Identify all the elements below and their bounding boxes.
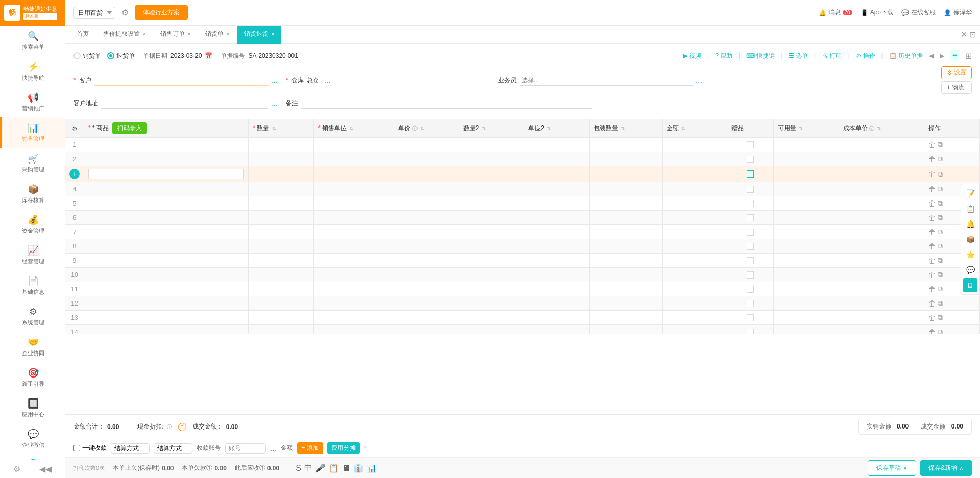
taskbar-icon-1[interactable]: S [296,464,301,473]
gift-checkbox[interactable] [747,300,754,307]
address-dots[interactable]: ... [271,99,278,108]
sidebar-item-wechat[interactable]: 💬 企业微信 [0,423,65,454]
copy-row-icon[interactable]: ⧉ [938,256,943,265]
sort-qty2-icon[interactable]: ⇅ [482,125,486,131]
row-available[interactable] [774,138,839,152]
copy-row-icon[interactable]: ⧉ [938,313,943,322]
account-dots[interactable]: ... [270,444,277,453]
copy-row-icon[interactable]: ⧉ [938,228,943,236]
select-item[interactable]: ☰ 选单 [789,52,808,60]
row-qty2[interactable] [459,152,524,166]
industry-select[interactable]: 日用百货 [74,7,115,19]
expense-help-icon[interactable]: ? [364,445,367,451]
delete-row-icon[interactable]: 🗑 [928,170,936,178]
help-item[interactable]: ? 帮助 [715,52,732,60]
shortcut-item[interactable]: ⌨ 快捷键 [746,52,775,60]
tab-sales-bill[interactable]: 销货单 × [198,26,237,44]
taskbar-icon-6[interactable]: 👔 [353,463,363,473]
sidebar-item-enterprise[interactable]: 🤝 企业协同 [0,332,65,362]
settings-bottom-icon[interactable]: ⚙ [13,464,20,474]
topbar-gear-icon[interactable]: ⚙ [121,8,129,17]
gift-checkbox[interactable] [747,141,754,148]
add-row-btn[interactable]: + [69,169,80,179]
row-pack-qty[interactable] [589,152,662,166]
tab-close-icon[interactable]: × [272,31,275,37]
copy-row-icon[interactable]: ⧉ [938,242,943,250]
save-draft-btn[interactable]: 保存草稿 ∧ [868,460,916,476]
copy-row-icon[interactable]: ⧉ [938,185,943,193]
row-unit2[interactable] [524,166,590,182]
delete-row-icon[interactable]: 🗑 [928,141,936,149]
taskbar-icon-4[interactable]: 📋 [329,463,339,473]
tab-close-icon[interactable]: × [227,31,230,37]
maximize-icon[interactable]: ⊡ [969,30,976,39]
customer-input[interactable] [94,75,268,86]
delete-row-icon[interactable]: 🗑 [928,257,936,265]
right-panel-chat-btn[interactable]: 💬 [963,263,977,277]
online-service-item[interactable]: 💬 在线客服 [901,8,936,17]
gift-checkbox[interactable] [747,271,754,279]
video-help-item[interactable]: ▶ 视频 [683,52,701,60]
sort-cost-icon[interactable]: ⇅ [877,125,881,131]
right-panel-notify-btn[interactable]: 🔔 [963,217,977,231]
row-product[interactable] [84,152,249,166]
sort-qty-icon[interactable]: ⇅ [272,125,276,131]
row-unit[interactable] [313,152,394,166]
calc-method-select[interactable]: 结算方式 [154,443,192,454]
print-item[interactable]: 🖨 打印 [822,52,842,60]
radio-return-bill[interactable]: 退货单 [107,52,135,60]
scan-btn[interactable]: 扫码录入 [112,122,147,134]
onetime-pay-checkbox[interactable]: 一键收款 [74,444,107,452]
calendar-icon[interactable]: 📅 [205,52,212,59]
sort-price-icon[interactable]: ⇅ [420,125,424,131]
grid-view-icon[interactable]: ⊞ [965,51,972,61]
delete-row-icon[interactable]: 🗑 [928,314,936,322]
sidebar-item-marketing[interactable]: 📢 营销推广 [0,87,65,117]
taskbar-icon-3[interactable]: 🎤 [315,463,326,473]
taskbar-icon-7[interactable]: 📊 [366,463,377,473]
gift-checkbox[interactable] [747,186,754,193]
row-pack-qty[interactable] [589,166,662,182]
sidebar-item-search[interactable]: 🔍 搜索菜单 [0,26,65,56]
sidebar-item-inventory[interactable]: 📦 库存核算 [0,179,65,209]
row-amount[interactable] [662,152,727,166]
nav-next-btn[interactable]: ▶ [940,52,944,59]
row-qty[interactable] [249,152,314,166]
trial-btn[interactable]: 体验行业方案 [135,5,188,20]
gift-checkbox[interactable] [747,286,754,293]
row-amount[interactable] [662,138,727,152]
warehouse-dots[interactable]: ... [324,76,331,85]
sidebar-item-member[interactable]: V 畅会员 [0,454,65,460]
notification-item[interactable]: 🔔 消息 70 [819,8,852,17]
row-qty[interactable] [249,138,314,152]
row-price[interactable] [394,138,459,152]
right-panel-copy-btn[interactable]: 📋 [963,202,977,216]
close-all-tabs-icon[interactable]: ✕ [961,30,967,39]
row-unit[interactable] [313,166,394,182]
row-pack-qty[interactable] [589,138,662,152]
address-input[interactable] [101,98,268,109]
taskbar-icon-2[interactable]: 中 [304,463,312,473]
tab-home[interactable]: 首页 [69,26,96,44]
row-available[interactable] [774,166,839,182]
cost-info-icon[interactable]: ⓘ [869,125,874,131]
copy-row-icon[interactable]: ⧉ [938,170,943,179]
radio-sales-bill[interactable]: 销货单 [74,52,101,60]
copy-row-icon[interactable]: ⧉ [938,140,943,149]
tab-sales-order[interactable]: 销售订单 × [153,26,198,44]
right-panel-edit-btn[interactable]: 📝 [963,186,977,200]
row-available[interactable] [774,152,839,166]
staff-dots[interactable]: ... [696,76,702,85]
gift-checkbox[interactable] [747,170,754,178]
delete-row-icon[interactable]: 🗑 [928,155,936,163]
tab-sales-return[interactable]: 销货退货 × [237,26,282,44]
delete-row-icon[interactable]: 🗑 [928,328,936,334]
collapse-icon[interactable]: ◀◀ [39,464,52,474]
account-input[interactable] [225,443,266,454]
gift-checkbox[interactable] [747,329,754,334]
row-unit2[interactable] [524,152,590,166]
row-price[interactable] [394,152,459,166]
add-btn[interactable]: + 添加 [297,442,323,454]
delete-row-icon[interactable]: 🗑 [928,242,936,250]
gift-checkbox[interactable] [747,314,754,321]
